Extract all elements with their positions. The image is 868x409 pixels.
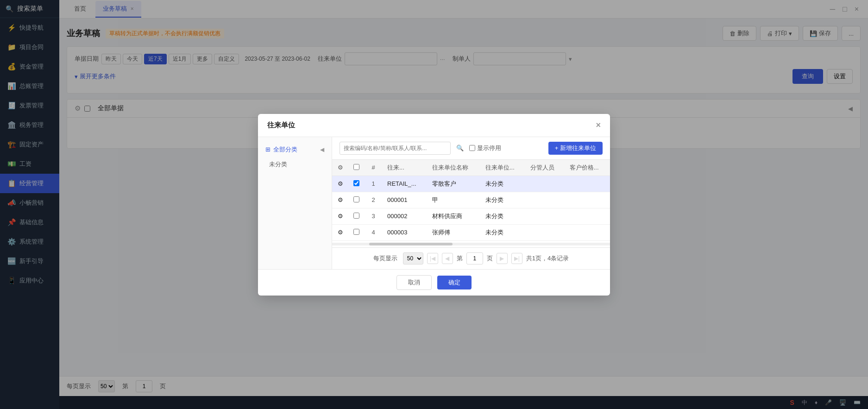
- modal-search-icon[interactable]: 🔍: [456, 145, 464, 151]
- col-header-settings[interactable]: ⚙: [332, 160, 349, 176]
- modal-close-button[interactable]: ×: [596, 120, 601, 130]
- modal-header: 往来单位 ×: [258, 114, 610, 137]
- row-name: 张师傅: [428, 224, 481, 240]
- col-header-price: 客户价格...: [565, 160, 610, 176]
- row-settings-icon[interactable]: ⚙: [332, 176, 349, 192]
- prev-page-btn[interactable]: ◀: [442, 253, 453, 264]
- row-manager: [526, 192, 565, 208]
- row-settings-icon[interactable]: ⚙: [332, 224, 349, 240]
- table-row[interactable]: ⚙ 4 000003 张师傅 未分类: [332, 224, 610, 240]
- page-label: 第: [457, 254, 463, 263]
- row-settings-icon[interactable]: ⚙: [332, 208, 349, 224]
- row-code: 000001: [383, 192, 428, 208]
- table-row[interactable]: ⚙ 1 RETAIL_... 零散客户 未分类: [332, 176, 610, 192]
- row-num: 4: [364, 224, 383, 240]
- first-page-btn[interactable]: |◀: [427, 253, 438, 264]
- row-checkbox[interactable]: [349, 208, 364, 224]
- row-price-level: [565, 224, 610, 240]
- last-page-btn[interactable]: ▶|: [511, 253, 522, 264]
- row-code: RETAIL_...: [383, 176, 428, 192]
- modal-scrollbar[interactable]: [332, 243, 610, 245]
- table-row[interactable]: ⚙ 2 000001 甲 未分类: [332, 192, 610, 208]
- grid-icon: ⊞: [265, 146, 270, 153]
- table-header-row: ⚙ # 往来... 往来单位名称 往来单位...: [332, 160, 610, 176]
- row-settings-icon[interactable]: ⚙: [332, 192, 349, 208]
- row-name: 甲: [428, 192, 481, 208]
- row-price-level: [565, 208, 610, 224]
- row-num: 1: [364, 176, 383, 192]
- category-all-label: 全部分类: [273, 145, 297, 154]
- category-all[interactable]: ⊞ 全部分类 ◀: [258, 143, 332, 157]
- row-code: 000002: [383, 208, 428, 224]
- row-price-level: [565, 176, 610, 192]
- row-manager: [526, 208, 565, 224]
- row-price-level: [565, 192, 610, 208]
- col-header-name: 往来单位名称: [428, 160, 481, 176]
- row-name: 零散客户: [428, 176, 481, 192]
- modal-search-bar: 🔍 显示停用 + 新增往来单位: [332, 137, 610, 160]
- row-checkbox[interactable]: [349, 176, 364, 192]
- col-header-check[interactable]: [349, 160, 364, 176]
- per-page-label: 每页显示: [373, 254, 397, 263]
- col-header-code: 往来...: [383, 160, 428, 176]
- show-disabled-label[interactable]: 显示停用: [469, 144, 501, 152]
- collapse-category-btn[interactable]: ◀: [320, 146, 324, 153]
- col-header-manager: 分管人员: [526, 160, 565, 176]
- page-number-input[interactable]: [466, 252, 483, 264]
- col-header-num: #: [364, 160, 383, 176]
- row-name: 材料供应商: [428, 208, 481, 224]
- table-row[interactable]: ⚙ 3 000002 材料供应商 未分类: [332, 208, 610, 224]
- confirm-button[interactable]: 确定: [437, 276, 472, 289]
- page-total: 共1页，4条记录: [526, 254, 569, 263]
- modal-search-input[interactable]: [340, 142, 451, 155]
- row-category: 未分类: [481, 176, 526, 192]
- modal-body: ⊞ 全部分类 ◀ 未分类 🔍 显示停用 + 新: [258, 137, 610, 269]
- modal-category-panel: ⊞ 全部分类 ◀ 未分类: [258, 137, 332, 269]
- modal-table: ⚙ # 往来... 往来单位名称 往来单位...: [332, 160, 610, 247]
- row-checkbox[interactable]: [349, 224, 364, 240]
- page-unit-label: 页: [487, 254, 493, 263]
- row-code: 000003: [383, 224, 428, 240]
- category-unclassified[interactable]: 未分类: [258, 157, 332, 172]
- row-manager: [526, 224, 565, 240]
- row-checkbox[interactable]: [349, 192, 364, 208]
- per-page-select[interactable]: 50: [403, 252, 423, 264]
- partner-modal: 往来单位 × ⊞ 全部分类 ◀ 未分类 🔍: [258, 114, 610, 296]
- modal-overlay: 往来单位 × ⊞ 全部分类 ◀ 未分类 🔍: [0, 0, 868, 409]
- modal-scrollbar-thumb: [369, 243, 453, 245]
- next-page-btn[interactable]: ▶: [497, 253, 508, 264]
- row-num: 3: [364, 208, 383, 224]
- modal-title: 往来单位: [267, 121, 295, 130]
- col-header-category: 往来单位...: [481, 160, 526, 176]
- row-category: 未分类: [481, 224, 526, 240]
- cancel-button[interactable]: 取消: [396, 275, 432, 290]
- row-num: 2: [364, 192, 383, 208]
- row-category: 未分类: [481, 208, 526, 224]
- modal-content-panel: 🔍 显示停用 + 新增往来单位 ⚙ #: [332, 137, 610, 269]
- row-category: 未分类: [481, 192, 526, 208]
- row-manager: [526, 176, 565, 192]
- add-partner-button[interactable]: + 新增往来单位: [548, 142, 603, 155]
- modal-pagination: 每页显示 50 |◀ ◀ 第 页 ▶ ▶| 共1页，4条记录: [332, 247, 610, 269]
- table-select-all[interactable]: [353, 164, 359, 170]
- modal-footer: 取消 确定: [258, 269, 610, 296]
- show-disabled-checkbox[interactable]: [469, 145, 475, 151]
